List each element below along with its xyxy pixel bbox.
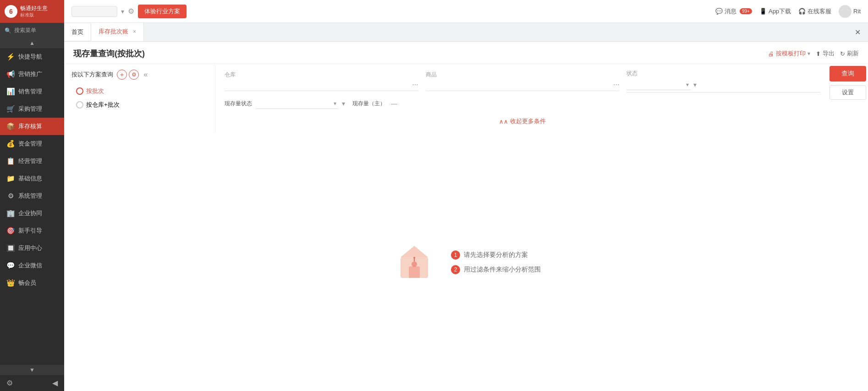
topbar-settings-icon[interactable]: ⚙: [128, 7, 134, 16]
scheme-radio-filled: [76, 87, 83, 95]
topbar-search-input[interactable]: [71, 6, 117, 17]
topbar: ▾ ⚙ 体验行业方案 💬 消息 99+ 📱 App下载 🎧 在线客服 Rit: [64, 0, 868, 23]
sidebar-nav: ⚡ 快捷导航 📢 营销推广 📊 销售管理 🛒 采购管理 📦 库存核算 💰 资金管…: [0, 48, 64, 365]
empty-tip-2: 2 用过滤条件来缩小分析范围: [451, 265, 541, 274]
sidebar-item-operation[interactable]: 📋 经营管理: [0, 152, 64, 170]
online-service-btn[interactable]: 🎧 在线客服: [798, 7, 831, 16]
filter-fields-panel: 仓库 ··· 商品 ···: [215, 64, 830, 134]
app-center-icon: 🔲: [6, 244, 15, 252]
topbar-dropdown-icon[interactable]: ▾: [121, 8, 124, 15]
filter-fields-wrapper: 仓库 ··· 商品 ···: [215, 64, 868, 134]
main-area: ▾ ⚙ 体验行业方案 💬 消息 99+ 📱 App下载 🎧 在线客服 Rit: [64, 0, 868, 391]
tab-panel-close-icon[interactable]: ✕: [847, 23, 868, 41]
chevron-up-icon: ∧∧: [499, 118, 508, 125]
sidebar-item-app-center[interactable]: 🔲 应用中心: [0, 239, 64, 257]
scheme-settings-btn[interactable]: ⚙: [129, 70, 139, 80]
product-input[interactable]: [426, 81, 610, 88]
refresh-icon: ↻: [840, 50, 845, 57]
filter-group-inventory-qty: 现存量（主） —: [352, 100, 399, 108]
qty-dash: —: [389, 100, 399, 107]
scheme-radio-empty: [76, 101, 83, 109]
sidebar-item-newbie[interactable]: 🎯 新手引导: [0, 222, 64, 239]
scheme-item-by-batch[interactable]: 按批次: [71, 84, 208, 98]
page-header: 现存量查询(按批次) 🖨 按模板打印 ▾ ⬆ 导出 ↻ 刷新: [64, 42, 868, 64]
messages-icon: 💬: [715, 8, 723, 15]
sales-icon: 📊: [6, 87, 15, 96]
sidebar-item-quick-nav[interactable]: ⚡ 快捷导航: [0, 48, 64, 65]
newbie-icon: 🎯: [6, 227, 15, 235]
quick-nav-icon: ⚡: [6, 53, 15, 61]
sidebar-item-system[interactable]: ⚙ 系统管理: [0, 187, 64, 205]
scheme-item-by-warehouse-batch[interactable]: 按仓库+批次: [71, 98, 208, 112]
sidebar-item-sales[interactable]: 📊 销售管理: [0, 83, 64, 100]
filter-collapse-btn[interactable]: ∧∧ 收起更多条件: [225, 114, 820, 128]
sidebar-item-finance[interactable]: 💰 资金管理: [0, 135, 64, 152]
tab-home[interactable]: 首页: [64, 23, 91, 41]
filter-group-status: 状态 ▾: [626, 70, 820, 92]
warehouse-input[interactable]: [225, 81, 409, 88]
warehouse-more-icon[interactable]: ···: [412, 81, 418, 89]
status-select-wrapper: [626, 79, 691, 90]
warehouse-input-row: ···: [225, 81, 418, 91]
messages-badge: 99+: [740, 8, 752, 14]
filter-action-btns: 查询 设置: [830, 64, 868, 134]
marketing-icon: 📢: [6, 70, 15, 78]
sidebar-item-basic-info[interactable]: 📁 基础信息: [0, 170, 64, 187]
status-dropdown-icon[interactable]: ▾: [693, 81, 697, 88]
sidebar-item-inventory[interactable]: 📦 库存核算: [0, 118, 64, 135]
svg-marker-1: [401, 246, 428, 257]
inventory-status-select-wrapper: [256, 98, 338, 109]
status-select[interactable]: [626, 79, 691, 90]
search-icon: 🔍: [5, 27, 11, 34]
system-icon: ⚙: [6, 192, 15, 200]
user-avatar-btn[interactable]: Rit: [839, 5, 861, 18]
filter-panel: 按以下方案查询 + ⚙ « 按批次 按仓库+批次: [64, 64, 868, 134]
tab-inventory-batch[interactable]: 库存批次账 ×: [91, 23, 144, 41]
app-download-btn[interactable]: 📱 App下载: [759, 7, 791, 16]
sidebar-item-purchase[interactable]: 🛒 采购管理: [0, 100, 64, 118]
sidebar-item-marketing[interactable]: 📢 营销推广: [0, 65, 64, 83]
inventory-status-dropdown-icon[interactable]: ▾: [342, 100, 345, 107]
purchase-icon: 🛒: [6, 105, 15, 113]
add-scheme-btn[interactable]: +: [117, 70, 127, 80]
settings-footer-icon[interactable]: ⚙: [6, 379, 13, 387]
status-input-row: ▾: [626, 79, 820, 92]
messages-btn[interactable]: 💬 消息 99+: [715, 7, 752, 16]
sidebar-item-member[interactable]: 👑 畅会员: [0, 274, 64, 292]
enterprise-icon: 🏢: [6, 209, 15, 217]
sidebar-item-wechat[interactable]: 💬 企业微信: [0, 257, 64, 274]
filter-scheme-title: 按以下方案查询 + ⚙ «: [71, 70, 208, 80]
svg-point-5: [413, 257, 415, 259]
query-button[interactable]: 查询: [830, 66, 866, 81]
print-icon: 🖨: [768, 50, 774, 57]
inventory-status-select[interactable]: [256, 98, 338, 109]
phone-icon: 📱: [759, 8, 767, 15]
scheme-action-icons: + ⚙ «: [117, 70, 151, 80]
refresh-btn[interactable]: ↻ 刷新: [840, 49, 859, 58]
filter-scheme-panel: 按以下方案查询 + ⚙ « 按批次 按仓库+批次: [64, 64, 215, 134]
collapse-sidebar-icon[interactable]: ◀: [52, 379, 58, 387]
industry-solution-button[interactable]: 体验行业方案: [138, 5, 187, 18]
tabs-bar: 首页 库存批次账 × ✕: [64, 23, 868, 42]
app-logo: 6: [5, 5, 17, 18]
scheme-collapse-btn[interactable]: «: [141, 70, 151, 80]
headset-icon: 🎧: [798, 8, 806, 15]
scroll-down-btn[interactable]: ▼: [0, 365, 64, 375]
user-avatar: [839, 5, 852, 18]
svg-point-3: [412, 261, 417, 267]
settings-button[interactable]: 设置: [830, 85, 866, 100]
print-template-btn[interactable]: 🖨 按模板打印 ▾: [768, 49, 810, 58]
page-title: 现存量查询(按批次): [73, 48, 145, 59]
svg-rect-2: [409, 266, 420, 278]
product-label: 商品: [426, 71, 620, 79]
finance-icon: 💰: [6, 140, 15, 148]
scroll-up-btn[interactable]: ▲: [0, 38, 64, 48]
product-more-icon[interactable]: ···: [613, 81, 619, 89]
operation-icon: 📋: [6, 157, 15, 165]
export-btn[interactable]: ⬆ 导出: [816, 49, 835, 58]
empty-state: 1 请先选择要分析的方案 2 用过滤条件来缩小分析范围: [64, 134, 868, 391]
print-dropdown-icon[interactable]: ▾: [808, 50, 810, 57]
sidebar-search[interactable]: 🔍 搜索菜单: [0, 23, 64, 38]
sidebar-item-enterprise[interactable]: 🏢 企业协同: [0, 205, 64, 222]
tab-close-icon[interactable]: ×: [133, 28, 136, 35]
